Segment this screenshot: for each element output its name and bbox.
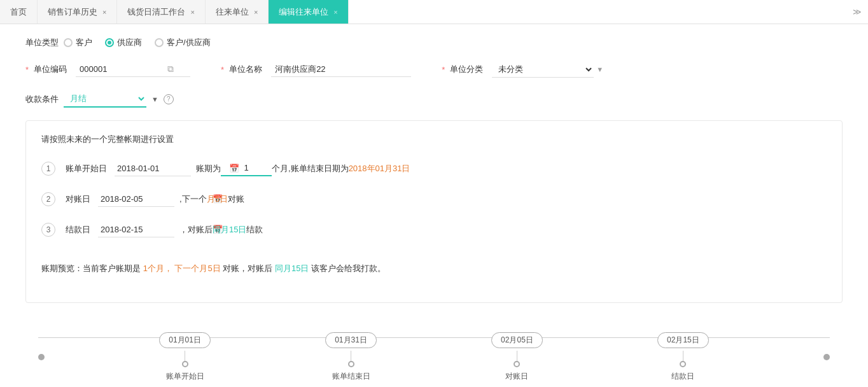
timeline-node-3-label: 对账日 [505, 371, 528, 382]
unit-name-input[interactable] [271, 62, 411, 76]
unit-type-radio-group: 客户 供应商 客户/供应商 [64, 37, 211, 48]
timeline-node-2-date: 01月31日 [325, 332, 377, 348]
panel-title: 请按照未来的一个完整帐期进行设置 [41, 134, 827, 145]
payment-condition-select[interactable]: 月结 [64, 90, 146, 108]
timeline-node-1-label: 账单开始日 [166, 371, 204, 382]
step-3-date-wrapper: 📅 [98, 222, 174, 237]
radio-circle [155, 38, 164, 47]
radio-circle [105, 38, 114, 47]
step-1-desc-suffix: 个月,账单结束日期为 [272, 163, 349, 174]
unit-type-label: 单位类型 [25, 37, 59, 48]
unit-class-select[interactable]: 未分类 [492, 61, 594, 78]
step-1-label: 账单开始日 [66, 163, 107, 174]
step-1-row: 1 账单开始日 📅 账期为 个月,账单结束日期为 2018年01月31日 [41, 160, 827, 176]
step-3-highlight: 同月15日 [213, 224, 246, 236]
copy-icon[interactable]: ⧉ [165, 64, 176, 74]
payment-condition-row: 收款条件 月结 ▼ ? [25, 90, 843, 108]
step-2-desc-prefix: ,下一个 [179, 194, 207, 205]
tab-close-icon[interactable]: × [102, 8, 106, 16]
preview-1m: 1个月， [143, 264, 172, 273]
tab-close-icon[interactable]: × [254, 8, 258, 16]
tab-label: 首页 [10, 6, 27, 18]
tab-close-icon[interactable]: × [190, 8, 194, 16]
tab-label: 往来单位 [216, 6, 249, 18]
unit-name-wrapper [271, 62, 411, 77]
unit-code-label: 单位编码 [34, 64, 67, 75]
timeline-node-4: 02月15日 结款日 [657, 332, 709, 382]
preview-middle: 对账，对账后 [223, 264, 272, 273]
tab-label: 销售订单历史 [48, 6, 97, 18]
unit-code-input[interactable] [76, 62, 165, 76]
preview-same15: 同月15日 [275, 264, 309, 273]
page-content: 单位类型 客户 供应商 客户/供应商 * 单位编码 ⧉ * 单位名称 [0, 24, 868, 387]
timeline-node-3: 02月05日 对账日 [491, 332, 543, 382]
step-2-desc-suffix: 对账 [228, 194, 244, 205]
timeline-node-2: 01月31日 账单结束日 [325, 332, 377, 382]
payment-condition-label: 收款条件 [25, 94, 59, 105]
step-2-highlight: 月5日 [207, 194, 228, 205]
period-input[interactable] [221, 160, 272, 176]
step-3-label: 结款日 [66, 224, 90, 236]
radio-item-客户/供应商[interactable]: 客户/供应商 [155, 37, 211, 48]
unit-code-group: * 单位编码 ⧉ [25, 62, 190, 77]
timeline-right-endpoint [823, 354, 830, 360]
timeline-section: 01月01日 账单开始日 01月31日 账单结束日 02月05日 对账日 [25, 313, 843, 382]
tab-cash-work[interactable]: 钱货日清工作台× [117, 0, 205, 24]
step-1-end-date: 2018年01月31日 [349, 163, 410, 174]
step-1-desc-prefix: 账期为 [196, 163, 221, 174]
payment-chevron-icon: ▼ [151, 95, 158, 103]
timeline-left-endpoint [38, 354, 45, 360]
tabs-expand-icon[interactable]: ≫ [846, 0, 868, 24]
step-2-label: 对账日 [66, 194, 90, 205]
step-2-row: 2 对账日 📅 ,下一个 月5日 对账 [41, 192, 827, 207]
tabs-bar: 首页销售订单历史×钱货日清工作台×往来单位×编辑往来单位× ≫ [0, 0, 868, 24]
settings-panel: 请按照未来的一个完整帐期进行设置 1 账单开始日 📅 账期为 个月,账单结束日期… [25, 120, 843, 303]
radio-label: 客户 [76, 37, 92, 48]
radio-circle [64, 38, 73, 47]
radio-item-供应商[interactable]: 供应商 [105, 37, 142, 48]
tab-edit-partner-unit[interactable]: 编辑往来单位× [269, 0, 348, 24]
payment-condition-wrapper: 月结 ▼ ? [64, 90, 174, 108]
tab-sales-order-history[interactable]: 销售订单历史× [38, 0, 117, 24]
step-2-date-wrapper: 📅 [98, 192, 174, 207]
preview-label: 账期预览：当前客户账期是 [41, 264, 141, 273]
help-icon[interactable]: ? [164, 94, 174, 104]
radio-label: 供应商 [117, 37, 142, 48]
preview-text: 账期预览：当前客户账期是 1个月， 下一个月5日 对账，对账后 同月15日 该客… [41, 253, 827, 274]
unit-code-wrapper: ⧉ [76, 62, 190, 77]
tab-home[interactable]: 首页 [0, 0, 38, 24]
tab-partner-unit[interactable]: 往来单位× [206, 0, 269, 24]
timeline-node-1: 01月01日 账单开始日 [159, 332, 211, 382]
timeline-node-1-date: 01月01日 [159, 332, 211, 348]
unit-name-group: * 单位名称 [221, 62, 411, 77]
tab-label: 编辑往来单位 [279, 6, 328, 18]
unit-info-row: * 单位编码 ⧉ * 单位名称 * 单位分类 未分类 ▼ [25, 61, 843, 78]
step-3-number: 3 [41, 223, 55, 237]
timeline-node-2-label: 账单结束日 [332, 371, 370, 382]
radio-label: 客户/供应商 [167, 37, 211, 48]
timeline-node-3-date: 02月05日 [491, 332, 543, 348]
tab-close-icon[interactable]: × [333, 8, 337, 16]
unit-class-wrapper: 未分类 ▼ [492, 61, 603, 78]
unit-class-group: * 单位分类 未分类 ▼ [442, 61, 603, 78]
unit-class-label: 单位分类 [450, 64, 483, 75]
timeline-node-4-label: 结款日 [671, 371, 694, 382]
preview-end: 该客户会给我打款。 [311, 264, 386, 273]
step-3-desc-prefix: ，对账后 [179, 224, 213, 236]
unit-class-dropdown-icon: ▼ [596, 66, 603, 73]
radio-item-客户[interactable]: 客户 [64, 37, 92, 48]
step-2-number: 2 [41, 192, 55, 206]
tab-label: 钱货日清工作台 [127, 6, 185, 18]
step-3-row: 3 结款日 📅 ，对账后 同月15日 结款 [41, 222, 827, 237]
preview-next5: 下一个月5日 [174, 264, 220, 273]
timeline-node-4-date: 02月15日 [657, 332, 709, 348]
unit-name-label: 单位名称 [229, 64, 262, 75]
step-1-number: 1 [41, 162, 55, 176]
step-1-date-wrapper: 📅 [115, 161, 191, 176]
unit-type-row: 单位类型 客户 供应商 客户/供应商 [25, 37, 843, 48]
step-3-desc-suffix: 结款 [246, 224, 263, 236]
